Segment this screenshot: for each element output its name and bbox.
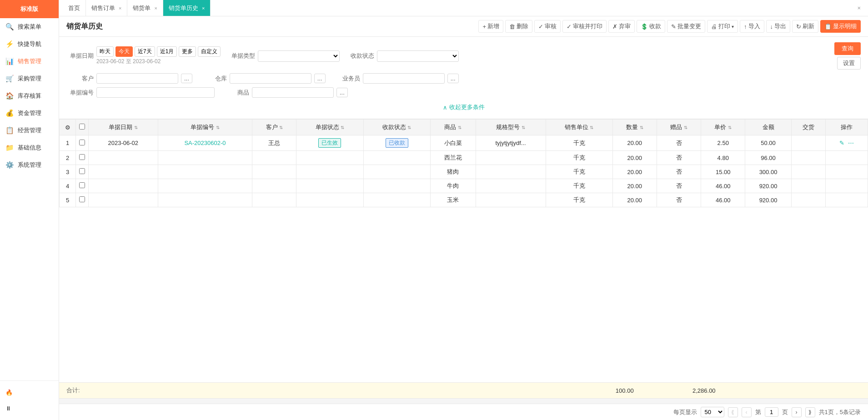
sidebar-item-operations[interactable]: 📋 经营管理 <box>0 122 59 139</box>
select-all-checkbox[interactable] <box>79 124 85 130</box>
row-checkbox[interactable] <box>79 168 85 174</box>
tab-sales-order[interactable]: 销售订单 × <box>86 0 127 16</box>
audit-button[interactable]: ✓ 审核 <box>534 20 561 33</box>
doc-no-input[interactable] <box>96 87 215 98</box>
col-doc-status[interactable]: 单据状态 ⇅ <box>296 120 363 135</box>
page-last-btn[interactable]: ⟫ <box>805 407 815 417</box>
batch-change-button[interactable]: ✎ 批量变更 <box>667 20 705 33</box>
salesperson-ellipsis[interactable]: ... <box>447 74 459 83</box>
sidebar-item-sys-mgmt[interactable]: ⚙️ 系统管理 <box>0 156 59 174</box>
tab-home[interactable]: 首页 <box>63 0 86 16</box>
col-spec[interactable]: 规格型号 ⇅ <box>476 120 546 135</box>
cell-check[interactable] <box>76 165 89 179</box>
audit-print-button[interactable]: ✓ 审核并打印 <box>562 20 607 33</box>
show-detail-button[interactable]: 📋 显示明细 <box>820 20 861 33</box>
cell-check[interactable] <box>76 151 89 165</box>
cell-amount: 300.00 <box>745 165 791 179</box>
date-btn-yesterday[interactable]: 昨天 <box>96 46 114 57</box>
goods-ellipsis[interactable]: ... <box>336 88 348 97</box>
col-date[interactable]: 单据日期 ⇅ <box>89 120 158 135</box>
customer-ellipsis[interactable]: ... <box>181 74 192 83</box>
customer-sort-icon: ⇅ <box>279 125 283 130</box>
doc-no-link[interactable]: SA-20230602-0 <box>184 140 226 146</box>
refresh-button[interactable]: ↻ 刷新 <box>792 20 818 33</box>
date-btn-1month[interactable]: 近1月 <box>157 46 177 57</box>
sidebar-item-search-menu[interactable]: 🔍 搜索菜单 <box>0 18 59 35</box>
date-btn-more[interactable]: 更多 <box>179 46 196 57</box>
pause-icon: ⏸ <box>5 405 11 412</box>
table-settings-icon[interactable]: ⚙ <box>65 124 70 131</box>
col-qty[interactable]: 数量 ⇅ <box>612 120 657 135</box>
col-customer[interactable]: 客户 ⇅ <box>252 120 296 135</box>
salesperson-input[interactable] <box>363 73 445 84</box>
tab-sales-history[interactable]: 销货单历史 × <box>163 0 211 16</box>
cell-goods: 玉米 <box>430 193 476 207</box>
col-price[interactable]: 单价 ⇅ <box>701 120 745 135</box>
date-btn-today[interactable]: 今天 <box>115 46 133 57</box>
page-prev-btn[interactable]: ‹ <box>742 407 752 417</box>
tab-sales-goods[interactable]: 销货单 × <box>127 0 163 16</box>
warehouse-input[interactable] <box>230 73 311 84</box>
cell-doc-no <box>158 165 252 179</box>
tab-close-all[interactable]: × <box>853 5 864 11</box>
col-check[interactable] <box>76 120 89 135</box>
print-button[interactable]: 🖨 打印 ▾ <box>707 20 738 33</box>
sidebar-bottom-fire[interactable]: 🔥 <box>0 385 59 400</box>
cell-check[interactable] <box>76 193 89 207</box>
query-button[interactable]: 查询 <box>834 42 861 55</box>
sidebar-item-finance[interactable]: 💰 资金管理 <box>0 105 59 122</box>
tab-sales-goods-close[interactable]: × <box>154 5 157 11</box>
cell-gift: 否 <box>657 193 701 207</box>
cell-check[interactable] <box>76 179 89 193</box>
cell-gift: 否 <box>657 151 701 165</box>
row-checkbox[interactable] <box>79 196 85 202</box>
col-goods[interactable]: 商品 ⇅ <box>430 120 476 135</box>
collapse-btn[interactable]: ∧ 收起更多条件 <box>66 101 861 113</box>
scroll-bar-area[interactable] <box>59 398 868 404</box>
edit-action[interactable]: ✎ <box>839 140 844 146</box>
sidebar-item-purchase-mgmt[interactable]: 🛒 采购管理 <box>0 70 59 87</box>
cell-check[interactable] <box>76 135 89 151</box>
setting-button[interactable]: 设置 <box>837 57 861 70</box>
sidebar-bottom: 🔥 ⏸ <box>0 380 59 420</box>
collect-status-select[interactable] <box>377 50 459 62</box>
col-doc-no[interactable]: 单据编号 ⇅ <box>158 120 252 135</box>
discard-button[interactable]: ✗ 弃审 <box>608 20 635 33</box>
sidebar-item-sales-mgmt[interactable]: 📊 销售管理 <box>0 53 59 70</box>
cell-spec: tyjytjytjydf... <box>476 135 546 151</box>
delete-button[interactable]: 🗑 删除 <box>505 20 532 33</box>
col-settings[interactable]: ⚙ <box>60 120 76 135</box>
customer-input[interactable] <box>96 73 178 84</box>
new-button[interactable]: + 新增 <box>478 20 503 33</box>
doc-type-select[interactable] <box>258 50 340 62</box>
row-checkbox[interactable] <box>79 140 85 145</box>
sidebar-item-quick-nav[interactable]: ⚡ 快捷导航 <box>0 35 59 53</box>
export-button[interactable]: ↓ 导出 <box>766 20 791 33</box>
sidebar-item-inventory[interactable]: 🏠 库存核算 <box>0 87 59 105</box>
date-btn-custom[interactable]: 自定义 <box>198 46 221 57</box>
row-checkbox[interactable] <box>79 182 85 188</box>
tab-sales-history-close[interactable]: × <box>202 5 205 11</box>
page-first-btn[interactable]: ⟪ <box>728 407 738 417</box>
col-gift[interactable]: 赠品 ⇅ <box>657 120 701 135</box>
table-row: 4 牛肉 千克 20.00 否 46.00 920.00 <box>60 179 868 193</box>
page-size-select[interactable]: 50 10 20 100 <box>701 407 724 417</box>
goods-input[interactable] <box>252 87 334 98</box>
toolbar: + 新增 🗑 删除 ✓ 审核 ✓ 审核并打印 ✗ 弃审 <box>478 20 861 33</box>
page-next-btn[interactable]: › <box>792 407 802 417</box>
sidebar-item-base-info[interactable]: 📁 基础信息 <box>0 139 59 156</box>
row-checkbox[interactable] <box>79 154 85 160</box>
page-number-input[interactable] <box>765 407 778 417</box>
col-transaction[interactable]: 交货 <box>791 120 825 135</box>
col-amount[interactable]: 金额 <box>745 120 791 135</box>
sidebar-bottom-pause[interactable]: ⏸ <box>0 400 59 416</box>
date-btn-7days[interactable]: 近7天 <box>135 46 155 57</box>
col-unit[interactable]: 销售单位 ⇅ <box>546 120 612 135</box>
tab-sales-order-close[interactable]: × <box>119 5 121 11</box>
more-action[interactable]: ⋯ <box>848 140 854 146</box>
import-button[interactable]: ↑ 导入 <box>740 20 764 33</box>
collect-button[interactable]: 💲 收款 <box>637 20 665 33</box>
warehouse-ellipsis[interactable]: ... <box>314 74 326 83</box>
col-collect-status[interactable]: 收款状态 ⇅ <box>363 120 430 135</box>
doc-status-sort-icon: ⇅ <box>341 125 344 130</box>
